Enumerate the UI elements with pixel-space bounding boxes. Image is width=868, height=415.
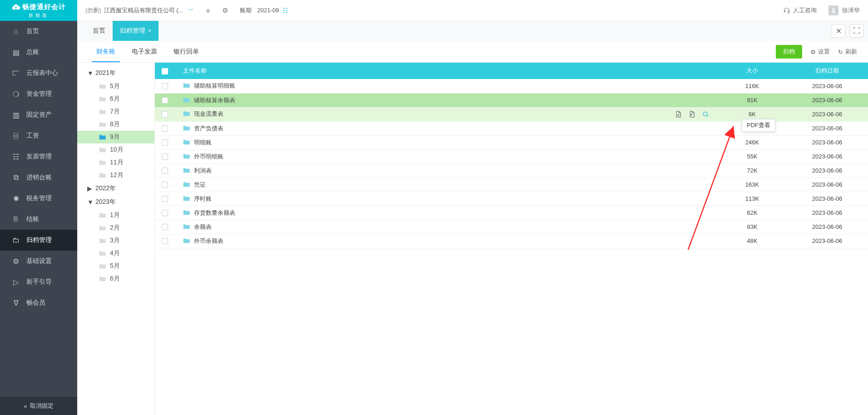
row-size: 116K (718, 79, 786, 93)
help-label: 人工咨询 (793, 6, 817, 15)
col-checkbox[interactable] (155, 63, 175, 79)
row-date: 2023-06-06 (786, 135, 868, 149)
row-checkbox[interactable] (155, 149, 175, 163)
sidebar-item-settings[interactable]: ⚙基础设置 (0, 251, 77, 272)
row-name: 资产负债表 (175, 121, 718, 135)
subtab-1[interactable]: 电子发票 (124, 41, 165, 62)
view-pdf-icon[interactable] (701, 110, 710, 119)
row-checkbox[interactable] (155, 220, 175, 234)
row-date: 2023-06-06 (786, 178, 868, 192)
sidebar-item-fund[interactable]: ❍资金管理 (0, 84, 77, 104)
col-date[interactable]: 归档日期 (786, 63, 868, 79)
row-checkbox[interactable] (155, 234, 175, 248)
sidebar-item-ledger[interactable]: ▤总账 (0, 42, 77, 63)
table-row[interactable]: 辅助核算明细账 116K 2023-06-06 (155, 79, 868, 93)
tree-month[interactable]: 6月 (77, 93, 154, 105)
fullscreen-button[interactable]: ⛶ (850, 24, 863, 38)
folder-icon (99, 263, 106, 269)
sidebar-item-chart[interactable]: ⫍云报表中心 (0, 63, 77, 84)
row-checkbox[interactable] (155, 206, 175, 220)
subtab-2[interactable]: 银行回单 (165, 41, 207, 62)
user-menu[interactable]: 徐泽华 (828, 5, 860, 15)
row-checkbox[interactable] (155, 178, 175, 192)
settings-link[interactable]: ⚙设置 (810, 48, 830, 56)
tree-year[interactable]: ▼2021年 (77, 66, 154, 80)
table-row[interactable]: 外币明细账 55K 2023-06-06 (155, 149, 868, 163)
sidebar-item-invoice[interactable]: ☷发票管理 (0, 146, 77, 167)
table-row[interactable]: 存货数量余额表 62K 2023-06-06 (155, 206, 868, 220)
tree-month[interactable]: 12月 (77, 169, 154, 182)
sidebar-item-home[interactable]: ⌂首页 (0, 21, 77, 42)
company-selector[interactable]: (勿删) 江西服宝精品有限责任公司 (... ﹀ (85, 6, 194, 15)
row-checkbox[interactable] (155, 93, 175, 107)
sidebar-item-close-book[interactable]: ⎘结账 (0, 209, 77, 230)
table-row[interactable]: 外币余额表 48K 2023-06-06 (155, 234, 868, 248)
row-size: 48K (718, 234, 786, 248)
sidebar-item-stock[interactable]: ⧉进销台账 (0, 167, 77, 188)
tree-month[interactable]: 4月 (77, 247, 154, 260)
tree-month[interactable]: 5月 (77, 260, 154, 272)
tab-archive[interactable]: 归档管理 × (113, 21, 159, 41)
brand-logo: 畅捷通好会计 (11, 3, 66, 12)
sidebar-item-tax[interactable]: ✺税务管理 (0, 188, 77, 209)
row-checkbox[interactable] (155, 79, 175, 93)
row-checkbox[interactable] (155, 192, 175, 206)
gear-icon[interactable]: ⚙ (222, 6, 228, 15)
tree-month[interactable]: 7月 (77, 105, 154, 118)
sidebar-item-member[interactable]: ∇畅会员 (0, 292, 77, 313)
tree-month[interactable]: 6月 (77, 272, 154, 285)
table-row[interactable]: 明细账 246K 2023-06-06 (155, 135, 868, 149)
tree-year[interactable]: ▶2022年 (77, 182, 154, 195)
tree-month[interactable]: 2月 (77, 222, 154, 234)
help-link[interactable]: 人工咨询 (783, 6, 817, 15)
sidebar-item-wage[interactable]: ⌸工资 (0, 125, 77, 146)
table-row[interactable]: 利润表 72K 2023-06-06 (155, 163, 868, 178)
row-checkbox[interactable] (155, 163, 175, 178)
tree-month[interactable]: 3月 (77, 234, 154, 247)
tree-month[interactable]: 8月 (77, 118, 154, 131)
row-checkbox[interactable] (155, 107, 175, 121)
download-pdf-icon[interactable] (687, 110, 696, 119)
row-name: 辅助核算余额表 (175, 93, 718, 107)
folder-icon (183, 167, 190, 173)
sidebar-item-archive[interactable]: 🗀归档管理 (0, 230, 77, 251)
sidebar-item-asset[interactable]: ▥固定资产 (0, 104, 77, 125)
refresh-link[interactable]: ↻刷新 (838, 48, 857, 56)
caret-icon: ▼ (87, 69, 92, 77)
close-icon[interactable]: × (148, 28, 151, 34)
calendar-icon[interactable]: ☷ (283, 7, 288, 14)
tree-month[interactable]: 1月 (77, 209, 154, 222)
row-checkbox[interactable] (155, 135, 175, 149)
close-panel-button[interactable]: ✕ (832, 24, 845, 38)
sidebar-unpin[interactable]: « 取消固定 (0, 397, 77, 415)
refresh-label: 刷新 (845, 48, 857, 56)
row-size: 83K (718, 220, 786, 234)
col-name[interactable]: 文件名称 (175, 63, 718, 79)
col-size[interactable]: 大小 (718, 63, 786, 79)
tree-month[interactable]: 11月 (77, 156, 154, 169)
sidebar-item-guide[interactable]: ▷新手引导 (0, 272, 77, 292)
tree-year-label: 2021年 (95, 69, 116, 77)
row-checkbox[interactable] (155, 121, 175, 135)
tree-month[interactable]: 10月 (77, 143, 154, 156)
tab-home[interactable]: 首页 (85, 21, 113, 41)
period-value[interactable]: 2021-09 (257, 7, 279, 14)
add-button[interactable]: ＋ (204, 5, 212, 16)
row-size: 81K (718, 93, 786, 107)
table-row[interactable]: 余额表 83K 2023-06-06 (155, 220, 868, 234)
subtab-0[interactable]: 财务账 (88, 41, 124, 62)
table-row[interactable]: 辅助核算余额表 81K 2023-06-06 (155, 93, 868, 107)
tooltip-pdf-view: PDF查看 (742, 119, 775, 132)
toolbar: 归档 ⚙设置 ↻刷新 (776, 41, 857, 62)
table-row[interactable]: 凭证 163K 2023-06-06 (155, 178, 868, 192)
tree-month-label: 5月 (110, 82, 120, 90)
workspace: 财务账电子发票银行回单 归档 ⚙设置 ↻刷新 ▼2021年5月6月7月8月9月1… (77, 41, 868, 415)
tree-month[interactable]: 9月 (77, 131, 154, 143)
tree-month-label: 1月 (110, 211, 120, 219)
table-row[interactable]: 序时账 113K 2023-06-06 (155, 192, 868, 206)
tree-month[interactable]: 5月 (77, 80, 154, 93)
tree-year[interactable]: ▼2023年 (77, 195, 154, 209)
asset-icon: ▥ (12, 111, 20, 119)
archive-button[interactable]: 归档 (776, 45, 802, 59)
download-excel-icon[interactable] (674, 110, 683, 119)
